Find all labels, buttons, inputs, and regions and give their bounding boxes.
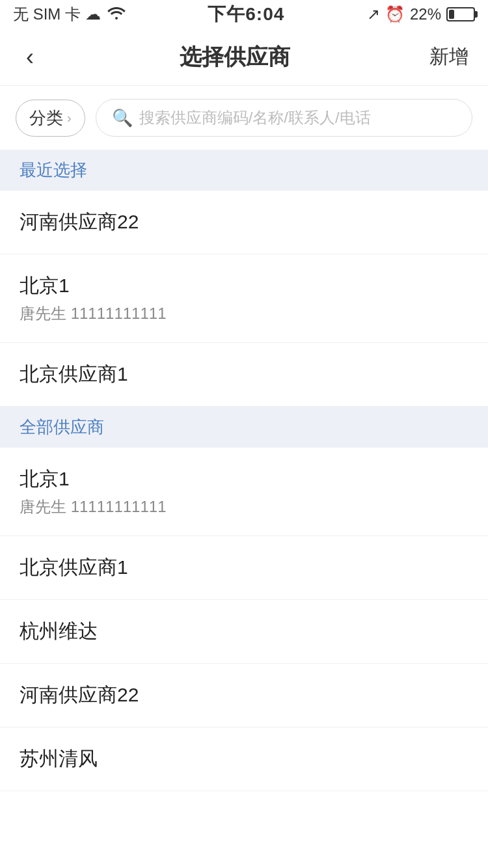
category-filter-button[interactable]: 分类 › [16,100,85,137]
status-time: 下午6:04 [208,2,284,27]
all-item-1-name: 北京供应商1 [20,554,468,581]
all-item-4[interactable]: 苏州清风 [0,727,488,791]
all-items-list: 北京1 唐先生 11111111111 北京供应商1 杭州维达 河南供应商22 … [0,448,488,791]
status-left: 无 SIM 卡 ☁ [13,4,126,25]
recent-item-0-name: 河南供应商22 [20,209,468,236]
search-icon: 🔍 [112,108,133,128]
location-icon: ↗ [367,5,380,23]
nav-bar: ‹ 选择供应商 新增 [0,29,488,86]
search-filter-area: 分类 › 🔍 搜索供应商编码/名称/联系人/电话 [0,86,488,150]
recent-item-1-name: 北京1 [20,273,468,299]
all-item-2[interactable]: 杭州维达 [0,600,488,664]
all-item-4-name: 苏州清风 [20,746,468,772]
all-item-3-name: 河南供应商22 [20,682,468,709]
category-label: 分类 [29,107,63,129]
search-placeholder-text: 搜索供应商编码/名称/联系人/电话 [139,107,371,128]
wifi-icon [107,5,126,23]
chevron-right-icon: › [67,111,72,126]
status-right: ↗ ⏰ 22% [367,5,475,23]
recent-section-header: 最近选择 [0,150,488,191]
status-bar: 无 SIM 卡 ☁ 下午6:04 ↗ ⏰ 22% [0,0,488,29]
recent-items-list: 河南供应商22 北京1 唐先生 11111111111 北京供应商1 [0,191,488,407]
page-title: 选择供应商 [180,42,290,72]
recent-item-2[interactable]: 北京供应商1 [0,343,488,407]
all-item-0-name: 北京1 [20,466,468,493]
back-button[interactable]: ‹ [20,37,40,77]
alarm-icon: ⏰ [385,5,405,23]
search-input-wrapper[interactable]: 🔍 搜索供应商编码/名称/联系人/电话 [96,99,472,137]
recent-item-2-name: 北京供应商1 [20,361,468,388]
recent-item-0[interactable]: 河南供应商22 [0,191,488,254]
battery-icon [446,7,475,21]
all-item-0-sub: 唐先生 11111111111 [20,496,468,517]
all-item-1[interactable]: 北京供应商1 [0,536,488,600]
all-section-header: 全部供应商 [0,407,488,448]
all-item-0[interactable]: 北京1 唐先生 11111111111 [0,448,488,536]
battery-percent: 22% [410,5,441,23]
new-action-button[interactable]: 新增 [429,44,468,70]
recent-item-1-sub: 唐先生 11111111111 [20,303,468,324]
recent-item-1[interactable]: 北京1 唐先生 11111111111 [0,254,488,343]
sim-status: 无 SIM 卡 ☁ [13,4,101,25]
all-item-2-name: 杭州维达 [20,618,468,645]
all-item-3[interactable]: 河南供应商22 [0,664,488,727]
